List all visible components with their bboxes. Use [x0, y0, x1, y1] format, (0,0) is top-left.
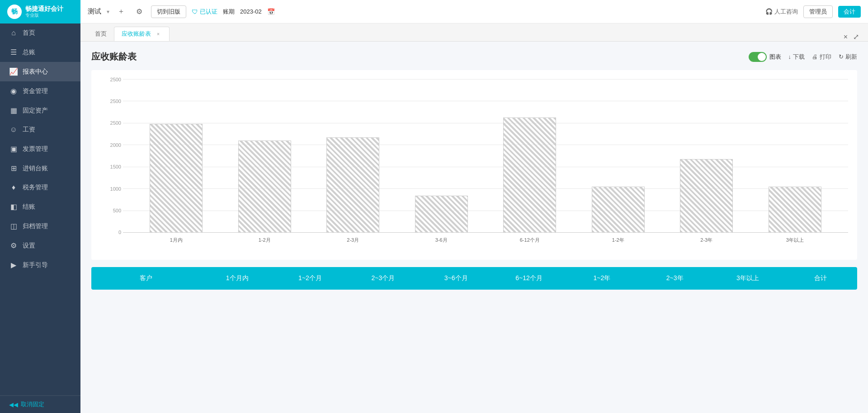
- workspace-chevron-icon[interactable]: ▾: [107, 9, 109, 15]
- settings-button[interactable]: ⚙: [133, 5, 146, 18]
- y-label-2500b: 2500: [101, 99, 121, 104]
- ledger-icon: ☰: [9, 48, 18, 56]
- bar-group-1-2y: 1-2年: [574, 79, 663, 233]
- bar-group-3-6m: 3-6月: [397, 79, 486, 233]
- sidebar-item-funds[interactable]: ◉ 资金管理: [0, 81, 80, 101]
- y-label-2500a: 2500: [101, 77, 121, 82]
- chart-toggle-label: 图表: [769, 53, 781, 61]
- app-name: 畅捷通好会计: [25, 5, 63, 13]
- app-edition: 专业版: [25, 12, 63, 19]
- add-button[interactable]: ＋: [115, 5, 127, 18]
- close-window-icon[interactable]: ×: [842, 33, 849, 41]
- refresh-icon: ↻: [839, 53, 844, 60]
- th-1-2y: 1~2年: [566, 267, 638, 290]
- sidebar-item-tax[interactable]: ♦ 税务管理: [0, 178, 80, 197]
- sidebar-item-guide[interactable]: ▶ 新手引导: [0, 255, 80, 275]
- assets-icon: ▦: [9, 106, 18, 115]
- switch-version-button[interactable]: 切到旧版: [151, 5, 186, 18]
- sidebar-item-assets[interactable]: ▦ 固定资产: [0, 101, 80, 120]
- bar-group-1-2m: 1-2月: [221, 79, 309, 233]
- y-label-2000: 2000: [101, 142, 121, 148]
- sidebar-item-salary[interactable]: ☺ 工资: [0, 120, 80, 139]
- y-label-1500: 1500: [101, 164, 121, 169]
- tax-icon: ♦: [9, 183, 18, 192]
- help-button[interactable]: 🎧 人工咨询: [765, 8, 798, 16]
- table-header: 客户 1个月内 1~2个月 2~3个月 3~6个月 6~12个月 1~2年 2~…: [91, 267, 857, 290]
- print-button[interactable]: 🖨 打印: [812, 53, 831, 61]
- calendar-icon[interactable]: 📅: [267, 8, 275, 15]
- main-area: 测试 ▾ ＋ ⚙ 切到旧版 🛡 已认证 账期 2023-02 📅 🎧 人工咨询 …: [80, 0, 868, 413]
- sidebar-item-closing[interactable]: ◧ 结账: [0, 197, 80, 216]
- bar-label-3y-plus: 3年以上: [786, 237, 804, 244]
- y-label-2500c: 2500: [101, 120, 121, 126]
- bar-label-1-2m: 1-2月: [259, 237, 271, 244]
- headset-icon: 🎧: [765, 8, 773, 15]
- download-button[interactable]: ↓ 下载: [788, 53, 805, 61]
- expand-window-icon[interactable]: ⤢: [851, 33, 861, 41]
- th-customer: 客户: [91, 267, 201, 290]
- bar-1-2m: [238, 141, 291, 233]
- page-header: 应收账龄表 图表 ↓ 下载 🖨 打印 ↻ 刷新: [91, 51, 857, 63]
- sidebar: 畅 畅捷通好会计 专业版 ⌂ 首页 ☰ 总账 📈 报表中心 ◉ 资金管理 ▦: [0, 0, 80, 413]
- reports-icon: 📈: [9, 67, 18, 76]
- cert-badge: 🛡 已认证: [192, 8, 217, 16]
- period-label: 账期: [223, 8, 235, 16]
- closing-icon: ◧: [9, 202, 18, 211]
- settings-icon: ⚙: [9, 241, 18, 250]
- th-2-3y: 2~3年: [638, 267, 711, 290]
- print-icon: 🖨: [812, 53, 818, 60]
- th-3y-plus: 3年以上: [711, 267, 784, 290]
- sidebar-item-archive[interactable]: ◫ 归档管理: [0, 216, 80, 236]
- bar-3-6m: [415, 196, 468, 233]
- th-3-6m: 3~6个月: [420, 267, 492, 290]
- invoice-icon: ▣: [9, 145, 18, 153]
- user-button[interactable]: 管理员: [803, 5, 833, 18]
- archive-icon: ◫: [9, 222, 18, 230]
- bar-label-1m: 1月内: [170, 237, 183, 244]
- y-label-0: 0: [101, 230, 121, 235]
- window-controls: × ⤢: [842, 33, 861, 41]
- th-6-12m: 6~12个月: [492, 267, 565, 290]
- bar-1-2y: [592, 187, 645, 233]
- th-1m: 1个月内: [201, 267, 274, 290]
- toolbar: 图表 ↓ 下载 🖨 打印 ↻ 刷新: [749, 52, 858, 62]
- funds-icon: ◉: [9, 87, 18, 95]
- unpin-button[interactable]: ◀◀ 取消固定: [0, 395, 80, 413]
- bar-3y-plus: [769, 187, 821, 233]
- sidebar-item-ledger[interactable]: ☰ 总账: [0, 42, 80, 62]
- chart-toggle[interactable]: [749, 52, 767, 62]
- bars-area: 1月内 1-2月 2-3月 3-6月: [123, 79, 848, 233]
- sidebar-item-invoice[interactable]: ▣ 发票管理: [0, 139, 80, 159]
- bar-6-12m: [503, 117, 556, 233]
- role-button[interactable]: 会计: [838, 6, 861, 18]
- bar-label-2-3m: 2-3月: [347, 237, 359, 244]
- th-total: 合计: [784, 267, 857, 290]
- app-logo: 畅 畅捷通好会计 专业版: [0, 0, 80, 23]
- bar-group-2-3y: 2-3年: [662, 79, 751, 233]
- sidebar-item-home[interactable]: ⌂ 首页: [0, 23, 80, 42]
- tab-close-icon[interactable]: ×: [155, 30, 162, 38]
- bar-label-1-2y: 1-2年: [612, 237, 624, 244]
- tab-home[interactable]: 首页: [88, 27, 114, 41]
- tabbar: 首页 应收账龄表 × × ⤢: [80, 23, 868, 42]
- topbar: 测试 ▾ ＋ ⚙ 切到旧版 🛡 已认证 账期 2023-02 📅 🎧 人工咨询 …: [80, 0, 868, 23]
- bar-label-3-6m: 3-6月: [435, 237, 448, 244]
- sidebar-item-settings[interactable]: ⚙ 设置: [0, 236, 80, 255]
- purchase-icon: ⊞: [9, 164, 18, 173]
- bar-chart: 2500 2500 2500 2000: [100, 79, 848, 251]
- sidebar-item-purchase[interactable]: ⊞ 进销台账: [0, 159, 80, 178]
- download-icon: ↓: [788, 53, 792, 60]
- bar-2-3y: [680, 159, 733, 233]
- bar-group-3y-plus: 3年以上: [751, 79, 840, 233]
- bar-group-1m: 1月内: [132, 79, 221, 233]
- toggle-knob: [758, 53, 766, 61]
- page-content: 应收账龄表 图表 ↓ 下载 🖨 打印 ↻ 刷新: [80, 42, 868, 413]
- logo-icon: 畅: [7, 5, 22, 19]
- tab-aging-report[interactable]: 应收账龄表 ×: [114, 27, 170, 41]
- refresh-button[interactable]: ↻ 刷新: [839, 53, 857, 61]
- th-1-2m: 1~2个月: [274, 267, 346, 290]
- sidebar-nav: ⌂ 首页 ☰ 总账 📈 报表中心 ◉ 资金管理 ▦ 固定资产 ☺ 工资 ▣: [0, 23, 80, 395]
- bar-group-2-3m: 2-3月: [309, 79, 397, 233]
- sidebar-item-reports[interactable]: 📈 报表中心: [0, 62, 80, 81]
- bar-1m: [150, 124, 203, 233]
